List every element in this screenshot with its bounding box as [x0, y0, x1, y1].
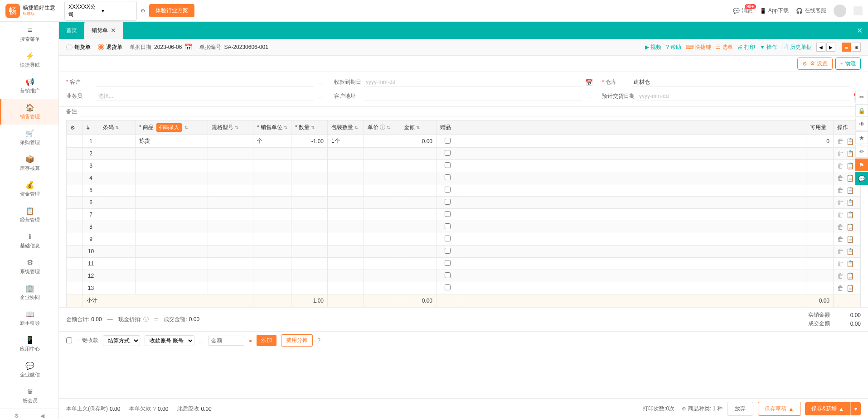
- cell-product-1[interactable]: 拣货: [136, 135, 208, 148]
- salesperson-input[interactable]: [96, 92, 314, 101]
- payment-account-select[interactable]: 收款账号 账号: [145, 335, 194, 346]
- help-link[interactable]: ? 帮助: [666, 43, 681, 51]
- right-tool-lock[interactable]: 🔒: [855, 104, 868, 117]
- cell-qty-1[interactable]: -1.00: [291, 135, 328, 148]
- sidebar-item-enterprise[interactable]: 🏢 企业协同: [0, 279, 58, 305]
- save-draft-btn[interactable]: 保存草稿 ▲: [758, 402, 800, 416]
- sidebar-item-marketing[interactable]: 📢 营销推广: [0, 73, 58, 99]
- warehouse-dots[interactable]: ...: [853, 79, 861, 86]
- discount-info-icon[interactable]: ⓘ: [143, 316, 149, 323]
- sidebar-item-membership[interactable]: ♛ 畅会员: [0, 383, 58, 409]
- gift-checkbox-4[interactable]: [445, 174, 451, 180]
- right-tool-eye[interactable]: 👁: [855, 118, 868, 130]
- right-tool-eraser[interactable]: ✏: [855, 145, 868, 158]
- gift-checkbox-3[interactable]: [445, 162, 451, 168]
- copy-icon-7[interactable]: 📋: [846, 211, 854, 218]
- list-view-btn[interactable]: ☰: [842, 43, 851, 52]
- warehouse-input[interactable]: [632, 77, 850, 87]
- right-tool-star[interactable]: ★: [855, 131, 868, 144]
- tabs-close-all[interactable]: ✕: [851, 26, 868, 35]
- payment-dots[interactable]: ...: [199, 337, 204, 344]
- gift-checkbox-12[interactable]: [445, 272, 451, 278]
- cell-unit-1[interactable]: 个: [253, 135, 291, 148]
- customer-input[interactable]: [96, 77, 314, 87]
- delete-icon-13[interactable]: 🗑: [837, 284, 844, 292]
- gift-checkbox-8[interactable]: [445, 223, 451, 229]
- sidebar-item-base-info[interactable]: ℹ 基础信息: [0, 228, 58, 254]
- delete-icon-10[interactable]: 🗑: [837, 248, 844, 255]
- message-icon-area[interactable]: 💬 消息 99+: [733, 7, 752, 14]
- cell-barcode-1[interactable]: [99, 135, 136, 148]
- sidebar-settings-icon[interactable]: ⚙: [14, 413, 19, 419]
- copy-icon-5[interactable]: 📋: [846, 187, 854, 194]
- tab-home[interactable]: 首页: [59, 22, 84, 39]
- radio-sales[interactable]: 销货单: [66, 43, 91, 51]
- copy-icon-13[interactable]: 📋: [846, 284, 854, 292]
- delete-icon-2[interactable]: 🗑: [837, 150, 844, 157]
- customer-addr-dots[interactable]: ...: [585, 93, 593, 100]
- copy-icon-2[interactable]: 📋: [846, 150, 854, 157]
- select-link[interactable]: ☰ 选单: [716, 43, 733, 51]
- copy-icon-3[interactable]: 📋: [846, 162, 854, 169]
- history-link[interactable]: 📄 历史单据: [782, 43, 812, 51]
- salesperson-dots[interactable]: ...: [317, 93, 325, 100]
- tab-sales-order[interactable]: 销货单 ✕: [84, 22, 123, 39]
- right-tool-edit[interactable]: ✏: [855, 91, 868, 103]
- sidebar-collapse-icon[interactable]: ◀: [40, 413, 44, 419]
- gift-checkbox-5[interactable]: [445, 187, 451, 193]
- user-menu-icon[interactable]: [853, 6, 863, 15]
- cell-pkgqty-1[interactable]: 1个: [328, 135, 364, 148]
- date-calendar-icon[interactable]: 📅: [184, 43, 192, 51]
- radio-return[interactable]: 退货单: [98, 43, 122, 51]
- company-select[interactable]: XXXXXX公司 ▾: [64, 1, 137, 21]
- operate-link[interactable]: ▼ 操作: [760, 43, 777, 51]
- delete-icon-4[interactable]: 🗑: [837, 174, 844, 182]
- payment-amount-input[interactable]: [208, 336, 244, 346]
- question-btn[interactable]: ?: [317, 337, 320, 344]
- remarks-input[interactable]: [80, 107, 861, 116]
- grid-view-btn[interactable]: ⊞: [852, 43, 861, 52]
- settings-gear-icon[interactable]: ⚙: [141, 8, 145, 14]
- prev-arrow[interactable]: ◀: [816, 43, 825, 52]
- cell-amount-1[interactable]: 0.00: [400, 135, 436, 148]
- copy-icon-10[interactable]: 📋: [846, 248, 854, 255]
- save-new-arrow-btn[interactable]: ▾: [850, 402, 861, 415]
- copy-icon-4[interactable]: 📋: [846, 174, 854, 182]
- delete-icon-5[interactable]: 🗑: [837, 187, 844, 194]
- sidebar-item-enterprise-wechat[interactable]: 💬 企业微信: [0, 357, 58, 383]
- gift-checkbox-10[interactable]: [445, 248, 451, 254]
- copy-icon-12[interactable]: 📋: [846, 272, 854, 279]
- gift-checkbox-6[interactable]: [445, 199, 451, 205]
- delete-icon-8[interactable]: 🗑: [837, 223, 844, 231]
- customer-addr-input[interactable]: [364, 92, 582, 101]
- copy-icon-11[interactable]: 📋: [846, 260, 854, 267]
- sidebar-item-beginner[interactable]: 📖 新手引导: [0, 305, 58, 331]
- cell-spec-1[interactable]: [208, 135, 253, 148]
- delete-icon-6[interactable]: 🗑: [837, 199, 844, 206]
- sidebar-item-system-mgmt[interactable]: ⚙ 系统管理: [0, 254, 58, 279]
- expected-date-input[interactable]: [637, 92, 850, 101]
- copy-icon-8[interactable]: 📋: [846, 223, 854, 231]
- discard-btn[interactable]: 放弃: [727, 402, 753, 416]
- delete-icon-9[interactable]: 🗑: [837, 236, 844, 243]
- expense-btn[interactable]: 费用分摊: [281, 334, 313, 347]
- price-info-icon[interactable]: ⓘ: [380, 124, 385, 131]
- video-link[interactable]: ▶ 视频: [645, 43, 661, 51]
- save-new-btn[interactable]: 保存&新增 ▲: [805, 402, 850, 415]
- avatar[interactable]: [834, 5, 846, 17]
- delete-icon-3[interactable]: 🗑: [837, 162, 844, 169]
- pay-due-calendar-icon[interactable]: 📅: [585, 79, 593, 86]
- gift-checkbox-1[interactable]: [445, 138, 451, 144]
- onestep-payment-checkbox[interactable]: [66, 337, 72, 343]
- sidebar-item-operations[interactable]: 📋 经营管理: [0, 202, 58, 228]
- customer-dots[interactable]: ...: [317, 79, 325, 86]
- add-btn[interactable]: 添加: [257, 335, 276, 346]
- scan-btn[interactable]: 扫码录入: [156, 123, 182, 132]
- sidebar-item-app-center[interactable]: 📱 应用中心: [0, 331, 58, 357]
- sidebar-item-search-order[interactable]: ≡ 搜索菜单: [0, 22, 58, 47]
- gift-checkbox-11[interactable]: [445, 260, 451, 266]
- sidebar-item-sales-mgmt[interactable]: 🏠 销售管理: [0, 99, 58, 125]
- gift-checkbox-7[interactable]: [445, 211, 451, 217]
- next-arrow[interactable]: ▶: [826, 43, 835, 52]
- copy-icon-1[interactable]: 📋: [846, 138, 854, 145]
